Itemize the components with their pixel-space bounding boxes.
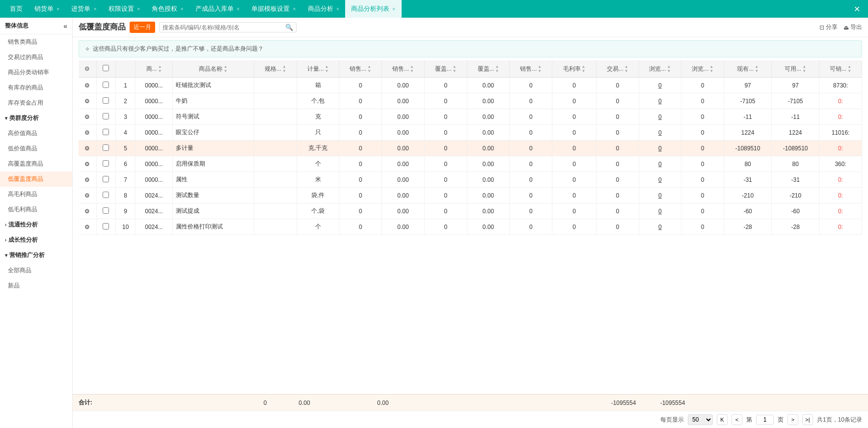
row-browse1[interactable]: 0 <box>639 188 681 203</box>
row-browse1[interactable]: 0 <box>639 109 681 125</box>
col-saleable-header[interactable]: 可销...▲▼ <box>819 60 862 78</box>
sidebar-item-new-goods[interactable]: 新品 <box>0 278 72 293</box>
row-name[interactable]: 符号测试 <box>172 109 254 125</box>
col-browse1-header[interactable]: 浏览...▲▼ <box>639 60 681 78</box>
col-settings[interactable]: ⚙ <box>79 60 96 78</box>
sidebar-item-traded-goods[interactable]: 交易过的商品 <box>0 50 72 65</box>
page-input[interactable] <box>756 415 774 425</box>
row-settings[interactable]: ⚙ <box>79 156 96 172</box>
row-checkbox[interactable] <box>96 141 116 156</box>
row-browse1[interactable]: 0 <box>639 219 681 235</box>
row-name[interactable]: 启用保质期 <box>172 156 254 172</box>
row-settings[interactable]: ⚙ <box>79 109 96 125</box>
nav-close-purchase[interactable]: × <box>93 0 96 18</box>
sidebar-item-high-coverage[interactable]: 高覆盖度商品 <box>0 156 72 171</box>
row-settings[interactable]: ⚙ <box>79 172 96 188</box>
sidebar-item-goods-category-rate[interactable]: 商品分类动销率 <box>0 65 72 80</box>
row-settings[interactable]: ⚙ <box>79 219 96 235</box>
nav-close-sales[interactable]: × <box>56 0 59 18</box>
row-browse1[interactable]: 0 <box>639 156 681 172</box>
sidebar-item-low-profit[interactable]: 低毛利商品 <box>0 202 72 217</box>
row-checkbox[interactable] <box>96 109 116 125</box>
nav-tab-role[interactable]: 角色授权 × <box>146 0 189 18</box>
first-page-button[interactable]: K <box>717 414 728 425</box>
row-checkbox[interactable] <box>96 172 116 188</box>
row-settings[interactable]: ⚙ <box>79 188 96 203</box>
sidebar-collapse-button[interactable]: « <box>63 22 67 30</box>
export-button[interactable]: ⏏ 导出 <box>843 23 862 31</box>
col-sales-amt-header[interactable]: 销售...▲▼ <box>382 60 425 78</box>
col-available-header[interactable]: 可用...▲▼ <box>772 60 819 78</box>
row-checkbox[interactable] <box>96 125 116 141</box>
share-button[interactable]: ⊡ 分享 <box>819 23 838 31</box>
row-name[interactable]: 属性 <box>172 172 254 188</box>
nav-close-analysis[interactable]: × <box>336 0 339 18</box>
col-cov2-header[interactable]: 覆盖...▲▼ <box>467 60 510 78</box>
sidebar-item-low-coverage[interactable]: 低覆盖度商品 <box>0 171 72 187</box>
sidebar-group-marketing[interactable]: ▾ 营销推广分析 <box>0 248 72 263</box>
row-name[interactable]: 眼宝公仔 <box>172 125 254 141</box>
sidebar-item-high-value[interactable]: 高价值商品 <box>0 126 72 141</box>
row-name[interactable]: 测试数量 <box>172 188 254 203</box>
col-gross-header[interactable]: 毛利率▲▼ <box>552 60 597 78</box>
col-current-header[interactable]: 现有...▲▼ <box>724 60 772 78</box>
row-browse1[interactable]: 0 <box>639 78 681 93</box>
row-checkbox[interactable] <box>96 78 116 93</box>
row-checkbox[interactable] <box>96 219 116 235</box>
page-size-select[interactable]: 50 20 100 <box>688 414 713 425</box>
nav-close-product-in[interactable]: × <box>237 0 240 18</box>
col-sales-n-header[interactable]: 销售...▲▼ <box>510 60 552 78</box>
col-sales-qty-header[interactable]: 销售...▲▼ <box>339 60 382 78</box>
window-close-button[interactable]: ✕ <box>849 1 864 16</box>
row-browse1[interactable]: 0 <box>639 172 681 188</box>
sidebar-group-coverage[interactable]: ▾ 类群度分析 <box>0 111 72 126</box>
row-browse1[interactable]: 0 <box>639 141 681 156</box>
col-cov1-header[interactable]: 覆盖...▲▼ <box>424 60 467 78</box>
row-browse1[interactable]: 0 <box>639 125 681 141</box>
sidebar-item-sales-goods[interactable]: 销售类商品 <box>0 34 72 50</box>
time-filter-button[interactable]: 近一月 <box>130 22 155 33</box>
sidebar-item-stock-capital[interactable]: 库存资金占用 <box>0 95 72 111</box>
search-input[interactable] <box>163 24 285 31</box>
sidebar-group-flow[interactable]: › 流通性分析 <box>0 217 72 232</box>
nav-close-permission[interactable]: × <box>137 0 140 18</box>
row-settings[interactable]: ⚙ <box>79 141 96 156</box>
nav-close-role[interactable]: × <box>180 0 183 18</box>
sidebar-item-has-stock[interactable]: 有库存的商品 <box>0 80 72 95</box>
row-settings[interactable]: ⚙ <box>79 203 96 219</box>
prev-page-button[interactable]: < <box>732 414 742 425</box>
col-name-header[interactable]: 商品名称▲▼ <box>172 60 254 78</box>
row-browse1[interactable]: 0 <box>639 203 681 219</box>
row-name[interactable]: 测试提成 <box>172 203 254 219</box>
select-all-checkbox[interactable] <box>103 65 109 71</box>
nav-tab-template[interactable]: 单据模板设置 × <box>245 0 301 18</box>
col-browse2-header[interactable]: 浏览...▲▼ <box>681 60 724 78</box>
col-code-header[interactable]: 商...▲▼ <box>136 60 173 78</box>
row-name[interactable]: 牛奶 <box>172 93 254 109</box>
row-name[interactable]: 多计量 <box>172 141 254 156</box>
next-page-button[interactable]: > <box>787 414 798 425</box>
sidebar-item-low-value[interactable]: 低价值商品 <box>0 141 72 156</box>
row-checkbox[interactable] <box>96 188 116 203</box>
nav-tab-sales[interactable]: 销货单 × <box>28 0 65 18</box>
col-trade-header[interactable]: 交易...▲▼ <box>596 60 639 78</box>
nav-tab-permission[interactable]: 权限设置 × <box>103 0 146 18</box>
row-checkbox[interactable] <box>96 156 116 172</box>
nav-tab-product-in[interactable]: 产成品入库单 × <box>190 0 245 18</box>
nav-tab-analysis[interactable]: 商品分析 × <box>302 0 345 18</box>
col-unit-header[interactable]: 计量...▲▼ <box>297 60 339 78</box>
sidebar-item-all-goods[interactable]: 全部商品 <box>0 263 72 278</box>
row-checkbox[interactable] <box>96 93 116 109</box>
nav-tab-purchase[interactable]: 进货单 × <box>65 0 102 18</box>
row-browse1[interactable]: 0 <box>639 93 681 109</box>
col-spec-header[interactable]: 规格...▲▼ <box>254 60 297 78</box>
nav-tab-analysis-list[interactable]: 商品分析列表 × <box>345 0 401 18</box>
row-settings[interactable]: ⚙ <box>79 93 96 109</box>
row-checkbox[interactable] <box>96 203 116 219</box>
nav-close-analysis-list[interactable]: × <box>392 0 395 18</box>
nav-close-template[interactable]: × <box>293 0 296 18</box>
row-name[interactable]: 旺铺批次测试 <box>172 78 254 93</box>
nav-tab-home[interactable]: 首页 <box>4 0 28 18</box>
last-page-button[interactable]: >| <box>802 414 813 425</box>
row-settings[interactable]: ⚙ <box>79 78 96 93</box>
